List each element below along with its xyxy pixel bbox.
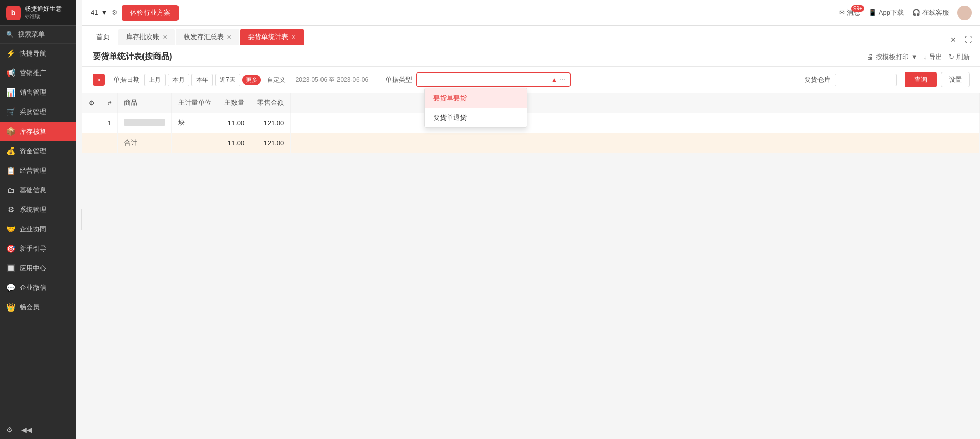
online-service-btn[interactable]: 🎧 在线客服: [912, 8, 949, 17]
messages-badge: 99+: [851, 5, 864, 12]
tab-maximize-btn[interactable]: ⛶: [963, 34, 974, 45]
page-title: 要货单统计表(按商品): [93, 51, 172, 62]
sidebar-label-base-info: 基础信息: [20, 186, 46, 195]
print-dropdown-icon: ▼: [911, 53, 918, 61]
filter-expand-btn[interactable]: »: [93, 74, 105, 86]
topbar-settings-icon[interactable]: ⚙: [112, 9, 118, 16]
search-label: 搜索菜单: [18, 30, 45, 39]
sidebar-icon-operations: 📋: [6, 166, 15, 175]
expand-icon: »: [97, 76, 101, 83]
online-service-label: 在线客服: [922, 8, 949, 17]
company-dropdown-icon: ▼: [101, 9, 108, 16]
col-settings[interactable]: ⚙: [82, 93, 101, 113]
sidebar-item-enterprise[interactable]: 🤝 企业协同: [0, 220, 76, 239]
tab-close-batch-account[interactable]: ✕: [163, 34, 167, 41]
export-btn[interactable]: ↓ 导出: [924, 52, 943, 62]
footer-amount: 121.00: [251, 133, 291, 153]
date-btn-1[interactable]: 本月: [168, 74, 189, 86]
sidebar-item-vip[interactable]: 👑 畅会员: [0, 298, 76, 317]
sidebar-item-base-info[interactable]: 🗂 基础信息: [0, 180, 76, 200]
filter-settings-btn[interactable]: 设置: [941, 72, 970, 87]
sidebar-item-guide[interactable]: 🎯 新手引导: [0, 239, 76, 259]
topbar-left: 41 ▼ ⚙ 体验行业方案: [91, 5, 833, 21]
sidebar-label-app-center: 应用中心: [20, 264, 46, 273]
trial-btn[interactable]: 体验行业方案: [122, 5, 179, 21]
refresh-btn[interactable]: ↻ 刷新: [949, 52, 970, 62]
dropdown-goods-label: 要货单要货: [433, 94, 467, 102]
sidebar-label-enterprise: 企业协同: [20, 225, 46, 234]
sidebar-item-finance[interactable]: 💰 资金管理: [0, 141, 76, 161]
tab-label-order-stats: 要货单统计表: [248, 32, 288, 42]
company-selector[interactable]: 41 ▼: [91, 9, 108, 16]
user-avatar[interactable]: [957, 6, 972, 20]
doc-type-filter-group: 单据类型 ▲ ··· 要货单要货 要货单退货: [385, 72, 796, 87]
sidebar-item-operations[interactable]: 📋 经营管理: [0, 161, 76, 180]
app-download-btn[interactable]: 📱 App下载: [868, 8, 904, 17]
warehouse-input[interactable]: [835, 74, 897, 86]
export-label: 导出: [929, 52, 942, 62]
date-more-badge[interactable]: 更多: [242, 75, 261, 85]
sidebar-item-app-center[interactable]: 🔲 应用中心: [0, 259, 76, 278]
sidebar-logo: b 畅捷通好生意 标准版: [0, 0, 76, 26]
col-qty: 主数量: [218, 93, 251, 113]
row-qty-0[interactable]: 11.00: [218, 113, 251, 133]
doc-type-dropdown: 要货单要货 要货单退货: [424, 88, 527, 128]
doc-type-more-icon[interactable]: ···: [559, 75, 566, 84]
sidebar: b 畅捷通好生意 标准版 🔍 搜索菜单 ⚡ 快捷导航 📢 营销推广 📊 销售管理…: [0, 0, 76, 439]
refresh-label: 刷新: [956, 52, 970, 62]
doc-type-select[interactable]: ▲ ···: [416, 72, 571, 87]
table-footer-row: 合计 11.00 121.00: [82, 133, 980, 153]
date-btn-2[interactable]: 本年: [191, 74, 213, 86]
filter-divider: [377, 75, 377, 85]
sidebar-label-marketing: 营销推广: [20, 68, 46, 78]
messages-btn[interactable]: ✉ 消息 99+: [839, 8, 860, 17]
sidebar-icon-vip: 👑: [6, 303, 15, 312]
sidebar-label-quick-nav: 快捷导航: [20, 49, 46, 58]
row-spacer-0: [291, 113, 980, 133]
tab-label-home: 首页: [96, 32, 110, 42]
sidebar-label-wechat: 企业微信: [20, 283, 46, 292]
footer-qty: 11.00: [218, 133, 251, 153]
print-icon: 🖨: [867, 53, 874, 61]
sidebar-icon-wechat: 💬: [6, 283, 15, 292]
dropdown-item-goods[interactable]: 要货单要货: [425, 88, 527, 108]
table-wrapper: ⚙ # 商品 主计量单位 主数量 零售金额 1 块 11.00 121.00: [82, 93, 980, 153]
collapse-icon[interactable]: ◀◀: [21, 426, 32, 434]
tab-label-receivable-summary: 收发存汇总表: [184, 32, 224, 42]
tab-receivable-summary[interactable]: 收发存汇总表✕: [176, 29, 239, 45]
col-seq: #: [101, 93, 118, 113]
doc-type-arrow-icon[interactable]: ▲: [551, 76, 557, 83]
date-custom-btn[interactable]: 自定义: [263, 74, 290, 86]
sidebar-item-marketing[interactable]: 📢 营销推广: [0, 63, 76, 83]
sidebar-item-purchase[interactable]: 🛒 采购管理: [0, 102, 76, 122]
row-amount-0[interactable]: 121.00: [251, 113, 291, 133]
dropdown-item-return[interactable]: 要货单退货: [425, 108, 527, 127]
tab-home[interactable]: 首页: [88, 29, 117, 45]
tab-close-order-stats[interactable]: ✕: [291, 34, 296, 41]
sidebar-icon-base-info: 🗂: [6, 186, 15, 195]
query-btn[interactable]: 查询: [905, 72, 937, 87]
topbar-right: ✉ 消息 99+ 📱 App下载 🎧 在线客服: [839, 6, 972, 20]
print-btn[interactable]: 🖨 按模板打印 ▼: [867, 52, 918, 62]
date-btn-0[interactable]: 上月: [144, 74, 166, 86]
tab-order-stats[interactable]: 要货单统计表✕: [240, 29, 304, 45]
sidebar-item-inventory[interactable]: 📦 库存核算: [0, 122, 76, 141]
search-menu[interactable]: 🔍 搜索菜单: [0, 26, 76, 44]
sidebar-item-sales[interactable]: 📊 销售管理: [0, 83, 76, 102]
sidebar-item-system[interactable]: ⚙ 系统管理: [0, 200, 76, 220]
tab-batch-account[interactable]: 库存批次账✕: [118, 29, 175, 45]
sidebar-icon-system: ⚙: [6, 205, 15, 214]
sidebar-label-purchase: 采购管理: [20, 107, 46, 117]
sidebar-item-wechat[interactable]: 💬 企业微信: [0, 278, 76, 298]
sidebar-bottom: ⚙ ◀◀: [0, 420, 76, 439]
logo-text: 畅捷通好生意 标准版: [25, 5, 62, 21]
tab-close-receivable-summary[interactable]: ✕: [227, 34, 231, 41]
sidebar-item-quick-nav[interactable]: ⚡ 快捷导航: [0, 44, 76, 63]
sidebar-label-sales: 销售管理: [20, 88, 46, 97]
settings-icon[interactable]: ⚙: [6, 426, 13, 434]
sidebar-label-guide: 新手引导: [20, 244, 46, 253]
page-header: 要货单统计表(按商品) 🖨 按模板打印 ▼ ↓ 导出 ↻ 刷新: [82, 45, 980, 67]
tab-close-all-btn[interactable]: ✕: [948, 34, 958, 45]
tabs-right-actions: ✕ ⛶: [948, 34, 974, 45]
date-btn-3[interactable]: 近7天: [215, 74, 240, 86]
